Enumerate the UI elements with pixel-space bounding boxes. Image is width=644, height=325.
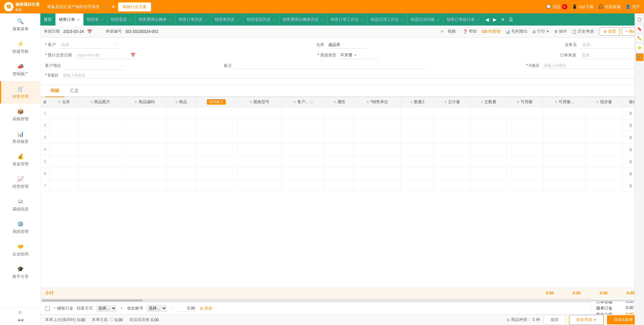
sidebar-item-ops[interactable]: 📈 经营管理 <box>0 171 40 194</box>
cell[interactable] <box>470 119 506 131</box>
row-delete-icon[interactable]: 🗑 <box>629 147 633 152</box>
delivery-date-input[interactable] <box>76 52 129 58</box>
tab-fee-split[interactable]: 销售费用分摊单 ✕ <box>135 13 175 26</box>
online-service-btn[interactable]: 🎧 在线客服 <box>598 4 621 10</box>
payment-amount-input[interactable] <box>176 305 196 312</box>
tab-close-all[interactable]: ✕ <box>499 17 507 22</box>
cell[interactable] <box>401 168 434 180</box>
warehouse-input-box[interactable]: 成品库 ··· <box>327 41 367 49</box>
discard-btn[interactable]: 放弃 <box>543 315 566 325</box>
b-project-input[interactable] <box>61 72 639 79</box>
app-download-btn[interactable]: 📱 App下载 <box>572 4 594 10</box>
cell[interactable] <box>325 168 354 180</box>
th-settings[interactable]: ⚙ <box>40 97 50 107</box>
cell[interactable] <box>470 168 506 180</box>
profit-btn[interactable]: 📊 毛利预估 <box>504 28 529 35</box>
sidebar-item-enterprise[interactable]: 🤝 企业协同 <box>0 239 40 261</box>
scrollbar-thumb[interactable] <box>42 299 143 301</box>
cell[interactable] <box>470 180 506 192</box>
cell[interactable] <box>401 144 434 156</box>
tab-sales-order[interactable]: 销售订单 ✕ <box>55 13 83 26</box>
cell[interactable] <box>354 180 401 192</box>
sidebar-item-system[interactable]: ⚙️ 系统管理 <box>0 216 40 239</box>
cell[interactable] <box>122 119 166 131</box>
cell[interactable] <box>354 156 401 168</box>
sidebar-item-quicknav[interactable]: ⚡ 快捷导航 <box>0 36 40 58</box>
add-payment-btn[interactable]: ⊕ 添加 <box>200 306 212 311</box>
cell[interactable] <box>122 156 166 168</box>
cell[interactable] <box>50 107 78 119</box>
right-panel-btn-3[interactable]: ✏️ <box>636 34 644 42</box>
salesperson-input-box[interactable]: ··· <box>579 41 639 49</box>
tab-refund-history[interactable]: 销货退货历史 ✕ <box>243 13 279 26</box>
cell[interactable] <box>237 119 281 131</box>
address-box[interactable]: ··· <box>64 62 124 70</box>
cell[interactable] <box>50 156 78 168</box>
right-panel-btn-1[interactable]: 📋 <box>636 15 644 24</box>
sidebar-item-inventory[interactable]: 📊 库存核算 <box>0 126 40 149</box>
cell[interactable] <box>470 131 506 144</box>
sidebar-item-purchase[interactable]: 📦 采购管理 <box>0 104 40 126</box>
cell[interactable] <box>122 107 166 119</box>
settings-icon[interactable]: ⚙ <box>112 4 115 9</box>
cell[interactable] <box>237 156 281 168</box>
cell[interactable] <box>237 107 281 119</box>
sidebar-item-newbie[interactable]: 🎓 新手引导 <box>0 261 40 284</box>
tab-summary[interactable]: 汇总 <box>65 85 84 97</box>
history-btn[interactable]: 📋 历史单据 <box>570 28 595 35</box>
cell[interactable] <box>281 180 325 192</box>
cell[interactable] <box>281 168 325 180</box>
cell[interactable] <box>401 119 434 131</box>
cell[interactable] <box>167 156 195 168</box>
cell[interactable] <box>50 144 78 156</box>
row-delete-icon[interactable]: 🗑 <box>629 111 633 116</box>
cell[interactable] <box>122 131 166 144</box>
row-delete-icon[interactable]: 🗑 <box>629 123 633 128</box>
cell[interactable] <box>167 180 195 192</box>
cell[interactable] <box>470 107 506 119</box>
close-tab-icon[interactable]: ✕ <box>205 18 207 22</box>
tab-sales-return[interactable]: 销货单 ✕ <box>83 13 107 26</box>
cell[interactable] <box>167 168 195 180</box>
close-tab-icon[interactable]: ✕ <box>237 18 239 22</box>
sidebar-item-sales[interactable]: 🛒 销售管理 <box>0 81 40 104</box>
cell[interactable] <box>354 144 401 156</box>
settings-bottom-icon[interactable]: ⚙ <box>18 310 22 315</box>
tab-cashbook-daily[interactable]: 钱货日清工作台 ✕ <box>367 13 407 26</box>
cell[interactable] <box>470 156 506 168</box>
salesperson-input[interactable] <box>581 42 634 48</box>
cell[interactable] <box>50 168 78 180</box>
tab-return-history[interactable]: 销货单历史 ✕ <box>211 13 243 26</box>
customer-input-box[interactable]: ··· <box>59 41 118 49</box>
row-delete-icon[interactable]: 🗑 <box>629 171 633 176</box>
a-project-input[interactable] <box>542 63 639 69</box>
sidebar-item-finance[interactable]: 💰 资金管理 <box>0 149 40 171</box>
cell[interactable] <box>325 144 354 156</box>
cell[interactable] <box>281 107 325 119</box>
user-btn[interactable]: 👤 用户 <box>626 4 640 10</box>
help-btn[interactable]: ❓ 帮助 <box>461 28 478 35</box>
notes-input[interactable] <box>234 63 426 69</box>
close-tab-icon[interactable]: ✕ <box>361 18 364 22</box>
cell[interactable] <box>122 168 166 180</box>
cell[interactable] <box>401 107 434 119</box>
print-btn[interactable]: 🖨 打印 ▼ <box>531 28 551 35</box>
close-tab-icon[interactable]: ✕ <box>129 18 131 22</box>
cell[interactable] <box>470 144 506 156</box>
cell[interactable] <box>167 119 195 131</box>
view-btn[interactable]: 视频 <box>446 28 457 35</box>
delivery-date-box[interactable]: 📅 <box>75 51 137 59</box>
cell[interactable] <box>50 180 78 192</box>
cell[interactable] <box>167 107 195 119</box>
cell[interactable] <box>325 156 354 168</box>
calendar-icon[interactable]: 📅 <box>87 29 92 34</box>
tab-detail[interactable]: 明细 <box>45 85 65 97</box>
save-draft-btn[interactable]: 保存草稿 ▼ <box>569 315 604 325</box>
cell[interactable] <box>281 119 325 131</box>
close-tab-icon[interactable]: ✕ <box>273 18 275 22</box>
cell[interactable] <box>237 131 281 144</box>
scrollbar-row[interactable] <box>40 298 644 302</box>
collapse-sidebar-icon[interactable]: ◀◀ <box>17 318 23 322</box>
close-tab-icon[interactable]: ✕ <box>77 18 80 22</box>
right-panel-btn-4[interactable]: ⭐ <box>636 44 644 52</box>
